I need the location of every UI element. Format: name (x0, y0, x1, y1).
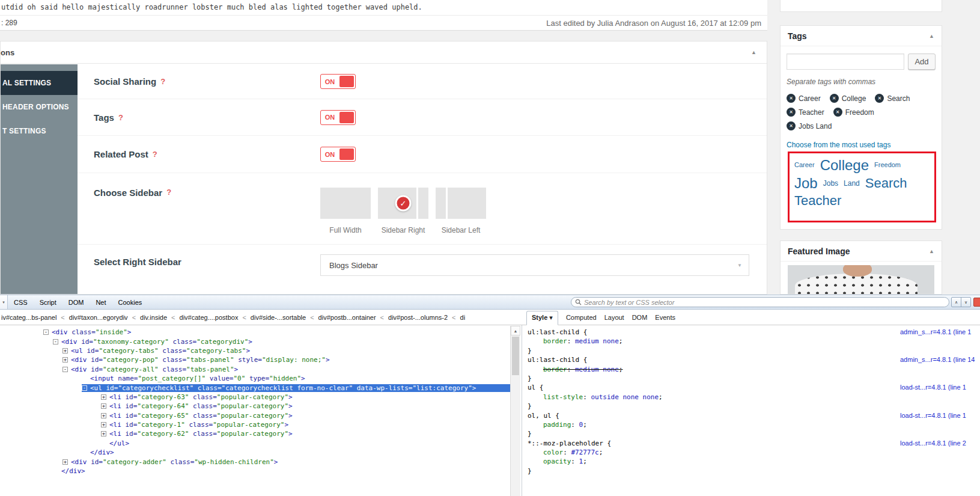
scrollbar[interactable]: ▲ (510, 326, 520, 496)
tag-cloud-item[interactable]: Career (794, 161, 815, 170)
css-property[interactable]: border: medium none; (528, 337, 980, 346)
remove-tag-icon[interactable]: ✕ (833, 108, 842, 117)
tags-metabox-header[interactable]: Tags ▲ (781, 26, 942, 46)
featured-image-header[interactable]: Featured Image ▲ (781, 241, 942, 262)
css-source-link[interactable]: load-st...r=4.8.1 (line 1 (900, 383, 966, 392)
scroll-up-icon[interactable]: ▲ (511, 326, 520, 335)
html-tree-node[interactable]: +<li id="category-63" class="popular-cat… (0, 393, 510, 402)
settings-tab-al-settings[interactable]: AL SETTINGS (1, 71, 78, 95)
html-tree-node[interactable]: -<div id="category-all" class="tabs-pane… (0, 365, 510, 374)
tag-cloud-item[interactable]: Job (794, 174, 818, 192)
css-selector[interactable]: ul:last-child (528, 328, 579, 336)
scrollbar-thumb[interactable] (512, 337, 519, 375)
html-tree-node[interactable]: +<li id="category-64" class="popular-cat… (0, 402, 510, 411)
devtools-search-input[interactable] (584, 299, 945, 306)
html-tree-node[interactable]: +<div id="category-adder" class="wp-hidd… (0, 457, 510, 466)
devtools-tab-dom[interactable]: DOM (62, 295, 90, 309)
social-sharing-toggle[interactable]: ON (320, 74, 356, 89)
help-icon[interactable]: ? (160, 77, 165, 86)
related-post-toggle[interactable]: ON (320, 147, 356, 162)
settings-tab-t-settings[interactable]: T SETTINGS (1, 119, 78, 143)
tag-cloud-item[interactable]: Search (865, 175, 907, 192)
html-tree-node[interactable]: +<ul id="category-tabs" class="category-… (0, 346, 510, 355)
style-panel-tab-events[interactable]: Events (655, 314, 675, 321)
breadcrumb-item[interactable]: di (460, 314, 466, 321)
html-tree-node[interactable]: +<div id="category-pop" class="tabs-pane… (0, 355, 510, 364)
expand-node-icon[interactable]: + (101, 413, 106, 418)
html-tab-partial[interactable]: ▾ (0, 295, 8, 309)
devtools-tab-script[interactable]: Script (34, 295, 62, 309)
collapse-arrow-icon[interactable]: ▲ (929, 33, 934, 39)
breadcrumb-item[interactable]: div#post-...olumns-2 (388, 314, 448, 321)
html-tree-node[interactable]: -<div class="inside"> (0, 328, 510, 337)
html-tree-node[interactable]: +<li id="category-1" class="popular-cate… (0, 420, 510, 429)
tag-chip[interactable]: ✕Teacher (787, 108, 824, 117)
css-source-link[interactable]: load-st...r=4.8.1 (line 1 (900, 411, 966, 420)
remove-tag-icon[interactable]: ✕ (787, 108, 796, 117)
help-icon[interactable]: ? (153, 150, 157, 159)
style-panel-tab-dom[interactable]: DOM (632, 314, 648, 321)
html-tree-node[interactable]: -<div id="taxonomy-category" class="cate… (0, 337, 510, 346)
css-selector[interactable]: ul (528, 384, 535, 391)
expand-node-icon[interactable]: + (62, 459, 68, 465)
breadcrumb-item[interactable]: iv#categ...bs-panel (1, 314, 56, 321)
layout-option-sidebar-left[interactable] (436, 188, 486, 219)
devtools-tab-css[interactable]: CSS (8, 295, 34, 309)
collapse-node-icon[interactable]: - (62, 367, 68, 372)
css-property[interactable]: opacity: 1; (528, 457, 980, 466)
tags-toggle[interactable]: ON (320, 110, 356, 125)
layout-option-full-width[interactable] (320, 188, 371, 219)
tag-chip[interactable]: ✕Search (875, 94, 910, 103)
collapse-arrow-icon[interactable]: ▲ (751, 49, 756, 55)
style-panel-tab-layout[interactable]: Layout (604, 314, 624, 321)
css-property[interactable]: padding: 0; (528, 420, 980, 429)
breadcrumb-item[interactable]: div.inside (140, 314, 167, 321)
html-tree-node[interactable]: +<li id="category-62" class="popular-cat… (0, 429, 510, 438)
css-selector[interactable]: ul:last-child (528, 356, 579, 364)
featured-image-thumbnail[interactable] (788, 265, 934, 294)
remove-tag-icon[interactable]: ✕ (830, 94, 839, 103)
expand-node-icon[interactable]: + (62, 357, 68, 363)
html-tree-node[interactable]: -<ul id="categorychecklist" class="categ… (0, 383, 510, 392)
css-source-link[interactable]: admin_s...r=4.8.1 (line 14 (900, 355, 975, 364)
css-property[interactable]: border: medium none; (528, 365, 980, 374)
sidebar-select-dropdown[interactable]: Blogs Sidebar ▼ (320, 254, 749, 276)
html-tree-node[interactable]: </div> (0, 448, 510, 457)
html-tree-node[interactable]: </div> (0, 467, 510, 476)
layout-option-sidebar-right[interactable]: ✓ (378, 188, 428, 219)
tag-cloud-item[interactable]: Freedom (874, 161, 901, 170)
help-icon[interactable]: ? (166, 188, 171, 197)
expand-node-icon[interactable]: + (101, 394, 106, 400)
tag-cloud-item[interactable]: College (820, 156, 869, 174)
tag-cloud-item[interactable]: Jobs (823, 179, 838, 188)
expand-node-icon[interactable]: + (101, 422, 106, 427)
expand-node-icon[interactable]: + (101, 431, 106, 436)
expand-node-icon[interactable]: + (62, 348, 68, 354)
tag-cloud-item[interactable]: Teacher (794, 192, 841, 209)
collapse-arrow-icon[interactable]: ▲ (929, 248, 934, 254)
devtools-tab-net[interactable]: Net (90, 295, 112, 309)
breadcrumb-item[interactable]: div#side-...sortable (251, 314, 306, 321)
collapse-node-icon[interactable]: - (53, 339, 58, 344)
tag-chip[interactable]: ✕Career (787, 94, 821, 103)
css-property[interactable]: color: #72777c; (528, 448, 980, 457)
new-tag-input[interactable] (787, 54, 904, 70)
tag-chip[interactable]: ✕College (830, 94, 866, 103)
html-tree-node[interactable]: +<li id="category-65" class="popular-cat… (0, 411, 510, 420)
editor-content-text[interactable]: utdid oh said hello majestically roadrun… (0, 0, 767, 16)
remove-tag-icon[interactable]: ✕ (875, 94, 884, 103)
remove-tag-icon[interactable]: ✕ (787, 121, 796, 130)
css-selector[interactable]: ol, ul (528, 412, 552, 420)
help-icon[interactable]: ? (118, 113, 123, 122)
search-next-button[interactable]: ∨ (961, 297, 971, 307)
style-panel-tab-style[interactable]: Style ▾ (526, 311, 558, 325)
css-selector[interactable]: *::-moz-placeholder (528, 439, 603, 447)
breadcrumb-item[interactable]: div#categ....postbox (180, 314, 239, 321)
css-source-link[interactable]: admin_s...r=4.8.1 (line 1 (900, 328, 971, 337)
most-used-tags-link[interactable]: Choose from the most used tags (787, 141, 890, 149)
search-prev-button[interactable]: ∧ (951, 297, 961, 307)
tag-chip[interactable]: ✕Jobs Land (787, 121, 832, 130)
remove-tag-icon[interactable]: ✕ (787, 94, 796, 103)
settings-tab-header-options[interactable]: HEADER OPTIONS (1, 95, 78, 119)
add-tag-button[interactable]: Add (908, 54, 936, 70)
